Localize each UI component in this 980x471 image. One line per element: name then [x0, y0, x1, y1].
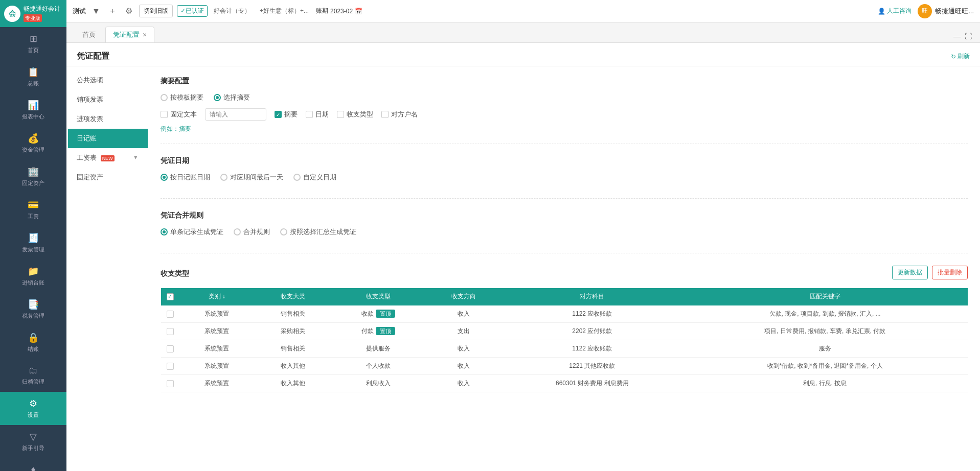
tab-voucher-config[interactable]: 凭证配置 × [105, 27, 154, 42]
left-menu-item-sales-invoice[interactable]: 销项发票 [66, 90, 148, 109]
summary-config-title: 摘要配置 [161, 77, 968, 86]
tabbar: 首页 凭证配置 × — ⛶ [66, 22, 980, 43]
tab-minimize-btn[interactable]: — [953, 32, 961, 40]
main-area: 测试 ▼ + ⚙ 切到旧版 ✓已认证 好会计（专） +好生意（标）+... 账期… [66, 0, 980, 471]
left-menu-item-purchase-invoice[interactable]: 进项发票 [66, 109, 148, 129]
checkbox-summary[interactable]: ✓ 摘要 [275, 110, 298, 119]
content-layout: 公共选项 销项发票 进项发票 日记账 工资表 NEW ▾ 固定资产 摘要配置 [66, 66, 980, 425]
voucher-date-section: 凭证日期 按日记账日期 对应期间最后一天 [161, 156, 968, 199]
radio-merge-rule[interactable]: 合并规则 [234, 227, 270, 237]
checkbox-box-counterpart [381, 111, 389, 118]
sidebar-item-invoice[interactable]: 🧾 发票管理 [0, 226, 66, 260]
radio-journal-date[interactable]: 按日记账日期 [161, 173, 210, 182]
tax-icon: 📑 [28, 299, 39, 310]
left-menu-item-payroll[interactable]: 工资表 NEW ▾ [66, 148, 148, 168]
table-row: 系统预置 采购相关 付款 置顶 支出 2202 应付账款 项目, 日常费用, 报… [161, 323, 968, 340]
funds-icon: 💰 [28, 133, 39, 144]
logo-icon: 会 [4, 6, 20, 22]
sidebar-item-tax[interactable]: 📑 税务管理 [0, 293, 66, 326]
sidebar: 会 畅捷通好会计 专业版 ⊞ 首页 📋 总账 📊 报表中心 💰 资金管理 🏢 固… [0, 0, 66, 471]
user-menu[interactable]: 旺 畅捷通旺旺... [918, 4, 974, 18]
reset-tag-1[interactable]: 置顶 [376, 310, 395, 318]
period: 账期 2023-02 📅 [316, 7, 362, 15]
ledger-icon: 📋 [28, 66, 39, 78]
page-header: 凭证配置 ↻ 刷新 [66, 43, 980, 66]
row1-checkbox[interactable] [167, 311, 174, 318]
checkbox-income-type[interactable]: 收支类型 [337, 110, 373, 119]
row2-checkbox[interactable] [167, 328, 174, 335]
sidebar-item-member[interactable]: ♦ 畅会员 [0, 458, 66, 471]
content-area: 凭证配置 ↻ 刷新 公共选项 销项发票 进项发票 日记账 工资表 NEW ▾ [66, 43, 980, 471]
member-icon: ♦ [31, 464, 35, 471]
voucher-date-title: 凭证日期 [161, 156, 968, 166]
settings-btn[interactable]: ⚙ [123, 5, 135, 17]
sidebar-item-home[interactable]: ⊞ 首页 [0, 27, 66, 60]
sidebar-item-sales-ledger[interactable]: 📁 进销台账 [0, 260, 66, 293]
table-actions: 更新数据 批量删除 [892, 266, 968, 279]
batch-delete-btn[interactable]: 批量删除 [932, 266, 968, 279]
refresh-btn[interactable]: ↻ 刷新 [951, 52, 970, 61]
calendar-icon[interactable]: 📅 [355, 8, 362, 15]
help-btn[interactable]: 👤 人工咨询 [878, 7, 911, 15]
radio-custom-date[interactable]: 自定义日期 [293, 173, 336, 182]
sidebar-item-settings[interactable]: ⚙ 设置 [0, 392, 66, 425]
income-expense-title: 收支类型 [161, 269, 189, 278]
sidebar-item-guide[interactable]: ▽ 新手引导 [0, 425, 66, 458]
refresh-icon: ↻ [951, 53, 956, 60]
merge-rules-title: 凭证合并规则 [161, 211, 968, 220]
checkbox-box-summary: ✓ [275, 111, 282, 118]
sidebar-item-assets[interactable]: 🏢 固定资产 [0, 160, 66, 193]
checkbox-fixed-text[interactable]: 固定文本 [161, 110, 197, 119]
col-big-type: 收支大类 [255, 288, 331, 305]
radio-single-record[interactable]: 单条记录生成凭证 [161, 227, 223, 237]
checkbox-box-income-type [337, 111, 344, 118]
left-menu-item-fixed-assets[interactable]: 固定资产 [66, 168, 148, 187]
checkbox-box-fixed [161, 111, 168, 118]
tags-area: ✓已认证 好会计（专） +好生意（标）+... [177, 5, 312, 17]
checkbox-box-date [306, 111, 313, 118]
fixed-text-input[interactable] [205, 108, 266, 121]
reset-tag-2[interactable]: 置顶 [376, 327, 395, 335]
sidebar-item-funds[interactable]: 💰 资金管理 [0, 127, 66, 160]
income-expense-section: 收支类型 更新数据 批量删除 ✓ [161, 266, 968, 403]
tab-maximize-btn[interactable]: ⛶ [965, 32, 972, 40]
radio-period-last-day[interactable]: 对应期间最后一天 [220, 173, 283, 182]
sidebar-item-archive[interactable]: 🗂 归档管理 [0, 359, 66, 392]
home-icon: ⊞ [30, 33, 37, 44]
radio-circle-merge [234, 228, 241, 236]
tab-home[interactable]: 首页 [75, 27, 103, 42]
settings-icon: ⚙ [29, 398, 37, 409]
table-row: 系统预置 销售相关 提供服务 收入 1122 应收账款 服务 [161, 340, 968, 358]
old-version-btn[interactable]: 切到旧版 [139, 5, 173, 17]
checkbox-date[interactable]: 日期 [306, 110, 329, 119]
radio-summary-generate[interactable]: 按照选择汇总生成凭证 [280, 227, 356, 237]
reports-icon: 📊 [28, 100, 39, 111]
col-category: 类别 ↓ [179, 288, 255, 305]
table-row: 系统预置 收入其他 个人收款 收入 1221 其他应收款 收到*借款, 收到*备… [161, 358, 968, 375]
row3-checkbox[interactable] [167, 345, 174, 352]
sidebar-navigation: ⊞ 首页 📋 总账 📊 报表中心 💰 资金管理 🏢 固定资产 💳 工资 🧾 发票… [0, 27, 66, 471]
add-btn[interactable]: + [106, 5, 119, 17]
row4-checkbox[interactable] [167, 363, 174, 370]
left-menu-item-journal[interactable]: 日记账 [66, 129, 148, 148]
checkbox-counterpart-name[interactable]: 对方户名 [381, 110, 418, 119]
col-direction: 收支方向 [425, 288, 502, 305]
col-keywords: 匹配关键字 [682, 288, 968, 305]
sidebar-item-salary[interactable]: 💳 工资 [0, 193, 66, 226]
sidebar-logo[interactable]: 会 畅捷通好会计 专业版 [0, 0, 66, 27]
tab-close-icon[interactable]: × [143, 31, 147, 39]
radio-template-summary[interactable]: 按模板摘要 [161, 93, 203, 102]
sidebar-item-ledger[interactable]: 📋 总账 [0, 60, 66, 93]
row5-checkbox[interactable] [167, 380, 174, 387]
sidebar-item-reports[interactable]: 📊 报表中心 [0, 93, 66, 127]
submenu-arrow-icon: ▾ [134, 153, 138, 161]
company-dropdown-btn[interactable]: ▼ [90, 5, 102, 17]
sales-icon: 📁 [28, 266, 39, 277]
update-data-btn[interactable]: 更新数据 [892, 266, 928, 279]
select-all-checkbox[interactable]: ✓ [167, 293, 174, 300]
summary-config-section: 摘要配置 按模板摘要 选择摘要 [161, 77, 968, 144]
left-menu-item-public[interactable]: 公共选项 [66, 70, 148, 90]
sidebar-item-close[interactable]: 🔒 结账 [0, 326, 66, 359]
radio-select-summary[interactable]: 选择摘要 [214, 93, 250, 102]
radio-circle-journal-date [161, 174, 168, 181]
